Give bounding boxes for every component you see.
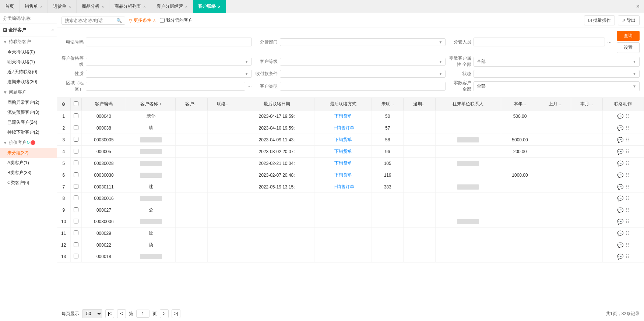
row-checkbox[interactable]	[74, 113, 78, 118]
sidebar-group-problem[interactable]: ▼ 问题客户	[0, 87, 57, 98]
sidebar-item-abnormal[interactable]: 固购异常客户(2)	[0, 98, 57, 107]
more-conditions-btn[interactable]: ▽ 更多条件 ∧	[129, 17, 156, 24]
cell-checkbox[interactable]	[70, 251, 81, 262]
tab-customer-segment[interactable]: 客户分层经营 ×	[151, 0, 193, 13]
cell-last-type[interactable]	[314, 216, 372, 227]
my-customers-checkbox[interactable]	[160, 18, 165, 23]
contact-type-link[interactable]: 下销货单	[334, 172, 352, 177]
manager-ellipsis-btn[interactable]: ···	[607, 39, 612, 45]
row-checkbox[interactable]	[74, 207, 78, 212]
sidebar-item-c-class[interactable]: C类客户(6)	[0, 178, 57, 188]
tab-sales-close[interactable]: ×	[40, 4, 42, 9]
cell-checkbox[interactable]	[70, 227, 81, 239]
contact-type-link[interactable]: 下销货单	[334, 113, 352, 119]
tab-analysis-close[interactable]: ×	[102, 4, 104, 9]
filter-search-icon[interactable]: 🔍	[116, 18, 122, 23]
sidebar-item-a-class[interactable]: A类客户(1)	[0, 158, 57, 168]
status-select[interactable]: ▼	[474, 70, 640, 78]
more-action-icon[interactable]: ⠿	[626, 254, 629, 260]
region-ellipsis-btn[interactable]: ···	[247, 83, 252, 89]
my-customers-toggle[interactable]: 我分管的客户	[160, 17, 193, 24]
row-checkbox[interactable]	[74, 160, 78, 165]
th-checkbox[interactable]	[70, 98, 81, 110]
contact-icon[interactable]: 💬	[617, 254, 623, 260]
more-action-icon[interactable]: ⠿	[626, 125, 629, 131]
cell-last-type[interactable]: 下销货单	[314, 158, 372, 169]
tab-customer-contact[interactable]: 客户联络 ×	[193, 0, 226, 13]
last-page-btn[interactable]: >|	[172, 309, 180, 318]
tab-purchase-close[interactable]: ×	[68, 4, 71, 9]
contact-icon[interactable]: 💬	[617, 172, 623, 178]
cell-last-type[interactable]	[314, 239, 372, 251]
tab-sales[interactable]: 销售单 ×	[20, 0, 48, 13]
page-size-select[interactable]: 50 100	[82, 309, 102, 318]
row-checkbox[interactable]	[74, 184, 78, 189]
sidebar-item-today[interactable]: 今天待联络(0)	[0, 47, 57, 57]
contact-icon[interactable]: 💬	[617, 230, 623, 236]
select-all-checkbox[interactable]	[74, 101, 78, 106]
contact-icon[interactable]: 💬	[617, 125, 623, 131]
retail-attr-select[interactable]: 全部 ▼	[474, 57, 640, 67]
contact-icon[interactable]: 💬	[617, 160, 623, 166]
contact-type-link[interactable]: 下销售订单	[332, 125, 354, 130]
tab-customer-segment-close[interactable]: ×	[185, 4, 187, 9]
filter-search-input[interactable]	[65, 18, 116, 23]
more-action-icon[interactable]: ⠿	[626, 195, 629, 201]
cell-checkbox[interactable]	[70, 110, 81, 122]
sidebar-item-b-class[interactable]: B类客户(33)	[0, 168, 57, 178]
row-checkbox[interactable]	[74, 219, 78, 223]
sidebar-item-7days[interactable]: 近7天待联络(0)	[0, 67, 57, 77]
tab-customer-contact-close[interactable]: ×	[218, 4, 220, 9]
row-checkbox[interactable]	[74, 172, 78, 177]
cell-checkbox[interactable]	[70, 158, 81, 169]
cell-last-type[interactable]: 下销货单	[314, 134, 372, 146]
first-page-btn[interactable]: |<	[105, 309, 114, 318]
cell-checkbox[interactable]	[70, 204, 81, 216]
contact-icon[interactable]: 💬	[617, 207, 623, 213]
cell-checkbox[interactable]	[70, 216, 81, 227]
cell-checkbox[interactable]	[70, 169, 81, 181]
contact-icon[interactable]: 💬	[617, 219, 623, 225]
prev-page-btn[interactable]: <	[117, 309, 126, 318]
cell-checkbox[interactable]	[70, 146, 81, 158]
refresh-icon[interactable]: ↻	[27, 140, 30, 145]
cell-last-type[interactable]	[314, 193, 372, 204]
contact-icon[interactable]: 💬	[617, 149, 623, 155]
sidebar-item-ungroup[interactable]: 未分组(32)	[0, 148, 57, 158]
cell-checkbox[interactable]	[70, 122, 81, 134]
more-action-icon[interactable]: ⠿	[626, 172, 629, 178]
tab-purchase[interactable]: 进货单 ×	[48, 0, 76, 13]
cell-last-type[interactable]: 下销货单	[314, 110, 372, 122]
more-action-icon[interactable]: ⠿	[626, 230, 629, 236]
contact-icon[interactable]: 💬	[617, 195, 623, 201]
cell-last-type[interactable]	[314, 204, 372, 216]
more-action-icon[interactable]: ⠿	[626, 113, 629, 119]
contact-type-link[interactable]: 下销货单	[334, 160, 352, 166]
row-checkbox[interactable]	[74, 230, 78, 235]
more-action-icon[interactable]: ⠿	[626, 149, 629, 155]
filter-search-box[interactable]: 🔍	[61, 17, 125, 25]
cell-checkbox[interactable]	[70, 239, 81, 251]
tab-analysis[interactable]: 商品分析 ×	[77, 0, 109, 13]
contact-type-link[interactable]: 下销售订单	[332, 184, 354, 189]
close-all-tabs[interactable]: ×	[636, 3, 644, 10]
row-checkbox[interactable]	[74, 254, 78, 258]
cust-type-input[interactable]	[280, 82, 446, 91]
sidebar-group-pending[interactable]: ▼ 待联络客户	[0, 36, 57, 47]
sidebar-search-box[interactable]: 🔍	[0, 13, 57, 24]
tab-analysis-list-close[interactable]: ×	[143, 4, 145, 9]
row-checkbox[interactable]	[74, 137, 78, 142]
contact-type-link[interactable]: 下销货单	[334, 149, 352, 154]
row-checkbox[interactable]	[74, 125, 78, 130]
cell-last-type[interactable]: 下销货单	[314, 169, 372, 181]
region-input[interactable]	[86, 82, 245, 91]
tab-home[interactable]: 首页	[0, 0, 20, 13]
cell-last-type[interactable]	[314, 251, 372, 262]
tab-analysis-list[interactable]: 商品分析列表 ×	[109, 0, 151, 13]
cell-last-type[interactable]	[314, 227, 372, 239]
more-action-icon[interactable]: ⠿	[626, 219, 629, 225]
contact-type-link[interactable]: 下销货单	[334, 137, 352, 142]
more-action-icon[interactable]: ⠿	[626, 137, 629, 143]
manager-input[interactable]	[474, 38, 605, 46]
more-action-icon[interactable]: ⠿	[626, 184, 629, 190]
